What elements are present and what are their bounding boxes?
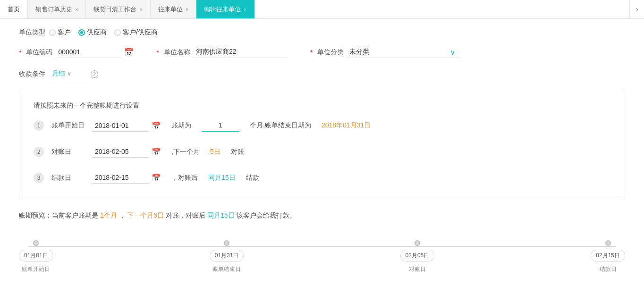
unit-name-required: *: [156, 49, 159, 56]
timeline-point-1: 01月31日 账单结束日: [210, 240, 244, 273]
unit-category-group: * 单位分类 ∨: [310, 46, 456, 58]
payment-settings-card: 请按照未来的一个完整帐期进行设置 1 账单开始日 📅 账期为 个月,账单结束日期…: [19, 90, 625, 200]
timeline-label-0: 账单开始日: [22, 265, 50, 273]
timeline-date-1: 01月31日: [210, 250, 244, 262]
step-1-date-field: 📅: [92, 120, 161, 132]
tab-partner-units-label: 往来单位: [158, 5, 183, 14]
step-3-calendar-icon[interactable]: 📅: [152, 173, 161, 182]
step-3-row: 3 结款日 📅 ，对账后 同月15日 结款: [34, 172, 610, 184]
radio-both-label: 客户/供应商: [123, 28, 158, 37]
tab-more-arrow[interactable]: ›: [629, 0, 644, 18]
timeline-dot-1: [224, 240, 229, 246]
unit-code-calendar-icon[interactable]: 📅: [124, 48, 134, 57]
unit-name-group: * 单位名称: [156, 46, 287, 58]
preview-part3: 同月15日: [207, 211, 235, 219]
main-content: 单位类型 客户 供应商 客户/供应商 * 单位编码 📅 * 单位名称: [0, 19, 644, 287]
payment-condition-select[interactable]: 月结 ∨: [49, 68, 87, 80]
unit-code-required: *: [19, 49, 21, 56]
tab-bar: 首页 销售订单历史 × 钱货日清工作台 × 往来单位 × 编辑往来单位 × ›: [0, 0, 644, 19]
tab-cash-workbench-close[interactable]: ×: [139, 7, 142, 12]
unit-info-row: * 单位编码 📅 * 单位名称 * 单位分类 ∨: [19, 46, 625, 58]
unit-type-label: 单位类型: [19, 28, 45, 37]
unit-category-input[interactable]: [347, 46, 460, 58]
step-2-date-input[interactable]: [92, 146, 149, 158]
preview-part2: 下一个月5日: [127, 211, 164, 219]
step-1-highlight-date: 2018年01月31日: [322, 121, 371, 130]
timeline-dot-3: [605, 240, 611, 246]
tab-edit-partner[interactable]: 编辑往来单位 ×: [196, 0, 254, 18]
timeline-dot-2: [415, 240, 420, 246]
preview-end: 该客户会给我打款。: [237, 211, 296, 219]
step-1-date-input[interactable]: [92, 120, 149, 132]
tab-sales-history[interactable]: 销售订单历史 ×: [28, 0, 86, 18]
chevron-right-icon: ›: [636, 4, 638, 14]
radio-supplier-label: 供应商: [87, 28, 107, 37]
payment-condition-help-icon[interactable]: ?: [91, 70, 98, 78]
step-2-date-field: 📅: [92, 146, 161, 158]
unit-code-input[interactable]: [55, 46, 121, 58]
step-2-calendar-icon[interactable]: 📅: [152, 147, 161, 156]
unit-name-input[interactable]: [193, 46, 288, 58]
radio-customer-label: 客户: [58, 28, 71, 37]
step-3-date-field: 📅: [92, 172, 161, 184]
step-1-period-unit: 个月,账单结束日期为: [250, 121, 311, 130]
step-2-suffix: 对账: [231, 148, 244, 156]
unit-name-label: 单位名称: [164, 48, 190, 57]
timeline-container: 01月01日 账单开始日 01月31日 账单结束日 02月05日 对账日 02月…: [19, 236, 625, 273]
preview-text: 账期预览：当前客户账期是 1个月 ， 下一个月5日 对账，对账后 同月15日 该…: [19, 210, 625, 221]
preview-middle: 对账，对账后: [166, 211, 207, 219]
unit-type-row: 单位类型 客户 供应商 客户/供应商: [19, 28, 625, 37]
radio-both[interactable]: 客户/供应商: [114, 28, 158, 37]
card-instruction: 请按照未来的一个完整帐期进行设置: [34, 101, 610, 110]
payment-condition-value: 月结: [52, 69, 65, 78]
payment-condition-chevron-icon: ∨: [67, 70, 71, 77]
tab-home-label: 首页: [8, 5, 20, 14]
preview-part1: 1个月: [100, 211, 117, 219]
timeline-date-0: 01月01日: [19, 250, 53, 262]
step-2-row: 2 对账日 📅 ,下一个月 5日 对账: [34, 146, 610, 158]
timeline-label-3: 结款日: [600, 265, 617, 273]
unit-code-group: * 单位编码 📅: [19, 46, 134, 58]
radio-supplier-circle: [78, 29, 85, 36]
timeline-label-1: 账单结束日: [212, 265, 241, 273]
step-2-prefix: ,下一个月: [171, 148, 200, 156]
radio-customer-circle: [49, 29, 56, 36]
step-3-prefix: ，对账后: [171, 174, 198, 182]
preview-comma: ，: [119, 211, 126, 219]
unit-type-radio-group: 客户 供应商 客户/供应商: [49, 28, 158, 37]
timeline-dot-0: [33, 240, 39, 246]
step-2-label: 对账日: [51, 148, 85, 156]
tab-edit-partner-close[interactable]: ×: [244, 7, 246, 12]
tab-sales-history-close[interactable]: ×: [75, 7, 78, 12]
tab-home[interactable]: 首页: [0, 0, 28, 18]
step-2-day-highlight: 5日: [210, 148, 220, 156]
preview-label: 账期预览：当前客户账期是: [19, 211, 98, 219]
payment-condition-row: 收款条件 月结 ∨ ?: [19, 68, 625, 80]
radio-supplier[interactable]: 供应商: [78, 28, 107, 37]
tab-partner-units-close[interactable]: ×: [186, 7, 188, 12]
timeline-date-3: 02月15日: [591, 250, 625, 262]
timeline-point-0: 01月01日 账单开始日: [19, 240, 53, 273]
tab-cash-workbench[interactable]: 钱货日清工作台 ×: [86, 0, 150, 18]
tab-partner-units[interactable]: 往来单位 ×: [151, 0, 196, 18]
tab-edit-partner-label: 编辑往来单位: [204, 5, 241, 14]
step-1-calendar-icon[interactable]: 📅: [152, 121, 161, 130]
step-3-suffix: 结款: [246, 174, 259, 182]
radio-both-circle: [114, 29, 121, 36]
unit-category-label: 单位分类: [317, 48, 344, 57]
step-3-date-input[interactable]: [92, 172, 149, 184]
step-1-row: 1 账单开始日 📅 账期为 个月,账单结束日期为 2018年01月31日: [34, 119, 610, 132]
payment-condition-label: 收款条件: [19, 70, 45, 78]
unit-category-dropdown[interactable]: ∨: [347, 46, 456, 58]
radio-customer[interactable]: 客户: [49, 28, 71, 37]
step-2-number: 2: [34, 147, 44, 157]
unit-category-required: *: [310, 49, 313, 56]
step-3-label: 结款日: [51, 174, 85, 182]
timeline-date-2: 02月05日: [400, 250, 435, 262]
step-1-period-input[interactable]: [202, 119, 239, 132]
step-1-number: 1: [34, 120, 44, 131]
timeline-points: 01月01日 账单开始日 01月31日 账单结束日 02月05日 对账日 02月…: [19, 240, 625, 273]
step-1-label: 账单开始日: [51, 121, 85, 130]
step-1-suffix-text: 账期为: [171, 121, 191, 130]
timeline-point-3: 02月15日 结款日: [591, 240, 625, 273]
